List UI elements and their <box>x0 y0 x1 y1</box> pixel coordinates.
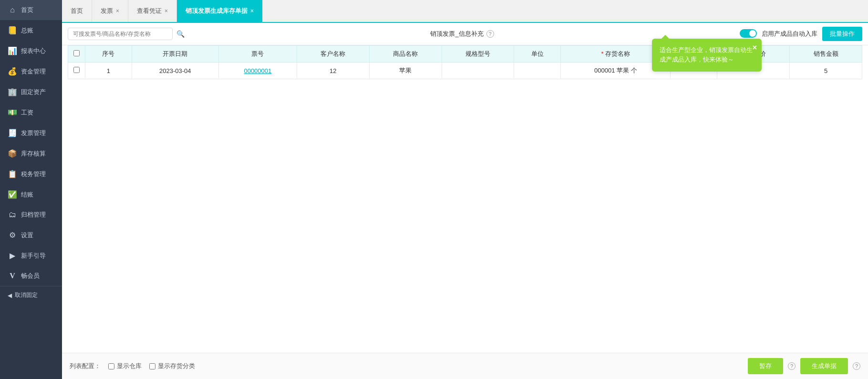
unfix-icon: ◀ <box>8 292 12 299</box>
row-customer: 12 <box>297 63 369 79</box>
sidebar-item-settings[interactable]: ⚙ 设置 <box>0 225 62 245</box>
reports-icon: 📊 <box>8 46 17 55</box>
sidebar-item-reports[interactable]: 📊 报表中心 <box>0 41 62 61</box>
sidebar-item-label: 归档管理 <box>21 211 46 219</box>
sidebar-item-inventory[interactable]: 📦 库存核算 <box>0 143 62 164</box>
row-checkbox[interactable] <box>73 67 80 73</box>
row-invoice-no[interactable]: 00000001 <box>218 63 297 79</box>
generate-button[interactable]: 生成单据 <box>800 358 848 374</box>
sidebar-item-label: 库存核算 <box>21 149 46 158</box>
sidebar-item-label: 税务管理 <box>21 170 46 179</box>
bottom-left: 列表配置： 显示仓库 显示存货分类 <box>70 362 195 370</box>
ledger-icon: 📒 <box>8 26 17 35</box>
show-warehouse-text: 显示仓库 <box>117 362 142 370</box>
search-input[interactable] <box>68 28 173 40</box>
show-category-checkbox[interactable] <box>149 363 155 369</box>
guide-icon: ▶ <box>8 251 17 260</box>
toolbar-right: × 适合生产型企业，销顶发票自动生成产成品入库，快来体验～ 启用产成品自动入库 … <box>740 27 862 41</box>
unfix-label: 取消固定 <box>15 291 38 299</box>
sidebar-item-archive[interactable]: 🗂 归档管理 <box>0 205 62 225</box>
config-label: 列表配置： <box>70 362 101 370</box>
tab-sales-inventory-close[interactable]: × <box>250 8 254 14</box>
payroll-icon: 💵 <box>8 108 17 117</box>
show-category-label[interactable]: 显示存货分类 <box>149 362 195 370</box>
sidebar-item-vip[interactable]: V 畅会员 <box>0 266 62 286</box>
header-spec: 规格型号 <box>442 46 514 63</box>
row-amount: 5 <box>790 63 862 79</box>
sidebar-item-label: 固定资产 <box>21 88 46 96</box>
archive-icon: 🗂 <box>8 211 17 219</box>
tax-icon: 📋 <box>8 169 17 179</box>
tab-invoice-label: 发票 <box>101 7 113 15</box>
header-unit: 单位 <box>514 46 561 63</box>
header-inventory-label: 存货名称 <box>605 50 630 57</box>
save-button[interactable]: 暂存 <box>748 358 783 374</box>
toolbar: 🔍 销顶发票_信息补充 ? × 适合生产型企业，销顶发票自动生成产成品入库，快来… <box>62 23 868 45</box>
sidebar-item-label: 报表中心 <box>21 47 46 55</box>
tooltip-text: 适合生产型企业，销顶发票自动生成产成品入库，快来体验～ <box>660 46 753 63</box>
search-icon: 🔍 <box>176 30 185 38</box>
row-unit <box>514 63 561 79</box>
sidebar-item-tax[interactable]: 📋 税务管理 <box>0 164 62 184</box>
toggle-track <box>740 29 757 38</box>
toggle-thumb <box>749 30 756 37</box>
inventory-icon: 📦 <box>8 149 17 158</box>
sidebar-item-label: 新手引导 <box>21 252 46 260</box>
header-amount: 销售金额 <box>790 46 862 63</box>
sidebar-item-assets[interactable]: 🏢 固定资产 <box>0 82 62 102</box>
save-info-icon[interactable]: ? <box>788 362 796 370</box>
header-date: 开票日期 <box>132 46 218 63</box>
toggle-label: 启用产成品自动入库 <box>762 30 817 38</box>
header-invoice-no: 票号 <box>218 46 297 63</box>
show-warehouse-label[interactable]: 显示仓库 <box>108 362 142 370</box>
assets-icon: 🏢 <box>8 87 17 96</box>
tab-sales-inventory[interactable]: 销顶发票生成库存单据 × <box>177 0 263 22</box>
toolbar-center: 销顶发票_信息补充 ? <box>430 30 494 38</box>
sidebar-item-label: 畅会员 <box>21 272 40 280</box>
settings-icon: ⚙ <box>8 231 17 240</box>
sidebar-item-ledger[interactable]: 📒 总账 <box>0 20 62 41</box>
sidebar-item-label: 总账 <box>21 26 33 35</box>
sidebar-item-payroll[interactable]: 💵 工资 <box>0 102 62 123</box>
main-area: 首页 发票 × 查看凭证 × 销顶发票生成库存单据 × 🔍 销顶发票_信息补充 … <box>62 0 868 379</box>
closing-icon: ✅ <box>8 190 17 199</box>
home-icon: ⌂ <box>8 6 17 14</box>
tab-bar: 首页 发票 × 查看凭证 × 销顶发票生成库存单据 × <box>62 0 868 23</box>
tooltip-close-button[interactable]: × <box>753 42 757 54</box>
header-product: 商品名称 <box>369 46 442 63</box>
tab-home[interactable]: 首页 <box>62 0 92 22</box>
sidebar-item-invoice-mgmt[interactable]: 🧾 发票管理 <box>0 123 62 143</box>
select-all-checkbox[interactable] <box>73 50 80 56</box>
row-date: 2023-03-04 <box>132 63 218 79</box>
sidebar-item-label: 发票管理 <box>21 129 46 137</box>
table-wrap: 序号 开票日期 票号 客户名称 商品名称 规格型号 单位 * 存货名称 数量 税… <box>62 45 868 353</box>
row-checkbox-cell <box>68 63 85 79</box>
bottom-right: 暂存 ? 生成单据 ? <box>748 358 860 374</box>
sidebar-item-closing[interactable]: ✅ 结账 <box>0 184 62 205</box>
toggle-container: × 适合生产型企业，销顶发票自动生成产成品入库，快来体验～ <box>740 29 757 39</box>
show-warehouse-checkbox[interactable] <box>108 363 114 369</box>
batch-button[interactable]: 批量操作 <box>822 27 862 41</box>
row-product: 苹果 <box>369 63 442 79</box>
tab-voucher[interactable]: 查看凭证 × <box>128 0 177 22</box>
sidebar-item-home[interactable]: ⌂ 首页 <box>0 0 62 20</box>
tab-voucher-close[interactable]: × <box>165 8 168 14</box>
generate-info-icon[interactable]: ? <box>853 362 860 370</box>
tab-invoice[interactable]: 发票 × <box>92 0 128 22</box>
sidebar-item-label: 结账 <box>21 190 33 199</box>
sidebar-item-guide[interactable]: ▶ 新手引导 <box>0 245 62 266</box>
center-label: 销顶发票_信息补充 <box>430 30 483 38</box>
sidebar-item-label: 工资 <box>21 108 33 117</box>
row-seq: 1 <box>85 63 132 79</box>
funds-icon: 💰 <box>8 67 17 76</box>
sidebar-unfix[interactable]: ◀ 取消固定 <box>0 286 62 304</box>
tab-invoice-close[interactable]: × <box>116 8 119 14</box>
header-checkbox-cell <box>68 46 85 63</box>
info-icon[interactable]: ? <box>486 30 494 38</box>
sidebar-item-funds[interactable]: 💰 资金管理 <box>0 61 62 82</box>
auto-warehouse-toggle[interactable] <box>740 29 757 38</box>
row-spec <box>442 63 514 79</box>
bottom-bar: 列表配置： 显示仓库 显示存货分类 暂存 ? 生成单据 ? <box>62 353 868 379</box>
page-content: 🔍 销顶发票_信息补充 ? × 适合生产型企业，销顶发票自动生成产成品入库，快来… <box>62 23 868 379</box>
tab-home-label: 首页 <box>71 7 83 15</box>
